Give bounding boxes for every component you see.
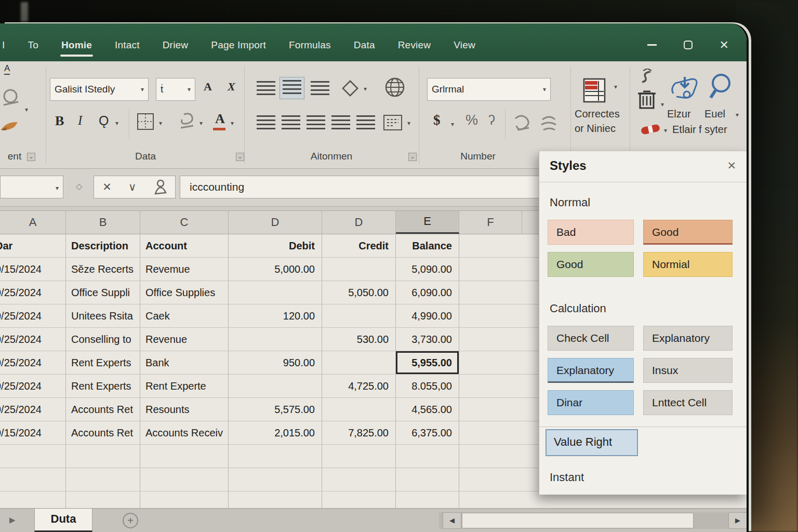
cell[interactable] <box>229 328 322 351</box>
cell[interactable] <box>229 491 322 508</box>
align-center-icon[interactable] <box>282 115 300 129</box>
cell[interactable]: Rent Experte <box>140 375 229 397</box>
cell[interactable] <box>322 351 396 374</box>
cell[interactable] <box>396 468 459 491</box>
cell[interactable]: 9/15/2024 <box>0 421 66 444</box>
cell[interactable]: 9/25/2024 <box>0 351 66 374</box>
cell[interactable] <box>229 375 322 397</box>
cell[interactable]: Revemue <box>140 258 229 281</box>
cell[interactable]: Office Suppli <box>66 281 140 304</box>
cell[interactable]: 9/25/2024 <box>0 281 66 304</box>
column-header-E[interactable]: E <box>396 211 459 234</box>
cell[interactable]: 6,090.00 <box>396 281 459 304</box>
currency-dropdown-icon[interactable]: ▾ <box>451 121 454 128</box>
menu-tab-view[interactable]: View <box>454 39 475 51</box>
cancel-icon[interactable]: ✕ <box>102 181 112 193</box>
number-format-select[interactable]: Grlrmal ▾ <box>427 78 551 101</box>
underline-dropdown-icon[interactable]: ▾ <box>115 119 118 127</box>
fill-down-icon[interactable] <box>669 73 701 103</box>
increase-decimal-icon[interactable] <box>511 112 534 135</box>
fill-color-icon[interactable] <box>177 111 197 132</box>
delete-dropdown-icon[interactable]: ▾ <box>661 101 664 108</box>
column-header-F[interactable]: F <box>459 211 522 234</box>
cell[interactable]: Conselling to <box>66 328 140 351</box>
cell[interactable] <box>322 398 396 421</box>
style-chip-dinar[interactable]: Dinar <box>548 390 634 415</box>
cell[interactable]: Office Supplies <box>140 281 229 304</box>
cell[interactable]: 5,090.00 <box>396 258 459 281</box>
cell[interactable] <box>140 445 229 468</box>
align-middle-icon[interactable] <box>280 77 304 99</box>
cell[interactable]: Accounts Receiv <box>140 421 229 444</box>
cell[interactable] <box>0 491 66 508</box>
cell[interactable]: Credit <box>322 234 396 257</box>
scroll-right-icon[interactable]: ▶ <box>728 512 747 529</box>
menu-tab-i[interactable]: I <box>2 39 5 51</box>
grow-font-button[interactable]: A <box>204 80 212 94</box>
cell[interactable] <box>396 445 459 468</box>
eraser-dropdown-icon[interactable]: ▾ <box>664 127 667 134</box>
column-header-A[interactable]: A <box>0 211 66 234</box>
name-box[interactable]: ▾ <box>0 176 63 198</box>
cell[interactable]: 9/25/2024 <box>0 398 66 421</box>
enter-icon[interactable]: ∨ <box>128 181 136 193</box>
close-icon[interactable]: ✕ <box>727 159 736 172</box>
cell[interactable]: 2,015.00 <box>229 421 322 444</box>
cell[interactable] <box>66 468 140 491</box>
currency-button[interactable]: $ <box>433 112 441 128</box>
globe-icon[interactable] <box>383 76 406 99</box>
fill-color-dropdown-icon[interactable]: ▾ <box>200 119 203 127</box>
cell[interactable]: 3,730.00 <box>396 328 459 351</box>
cell[interactable] <box>322 468 396 491</box>
cell[interactable]: Accounts Ret <box>66 421 140 444</box>
cell[interactable]: Accounts Ret <box>66 398 140 421</box>
borders-icon[interactable] <box>136 112 155 131</box>
paste-icon[interactable] <box>1 87 22 108</box>
eraser-icon[interactable] <box>639 123 662 137</box>
cell[interactable] <box>229 281 322 304</box>
find-select-icon[interactable] <box>708 72 736 102</box>
cell[interactable]: 5,575.00 <box>229 398 322 421</box>
font-color-dropdown-icon[interactable]: ▾ <box>231 119 234 127</box>
menu-tab-driew[interactable]: Driew <box>163 39 189 51</box>
cell[interactable]: Sĕze Recerts <box>66 258 140 281</box>
alignment-dialog-launcher-icon[interactable]: ⌄ <box>408 153 417 161</box>
menu-tab-formulas[interactable]: Formulas <box>289 39 331 51</box>
merge-center-icon[interactable] <box>382 113 403 132</box>
column-header-C[interactable]: C <box>140 211 229 234</box>
cell[interactable]: Revenue <box>140 328 229 351</box>
shrink-font-button[interactable]: X <box>228 80 235 94</box>
cell[interactable] <box>66 491 140 508</box>
percent-button[interactable]: % <box>466 112 478 128</box>
cell[interactable]: Caek <box>140 304 229 327</box>
column-header-D[interactable]: D <box>229 211 322 234</box>
clipboard-dialog-launcher-icon[interactable]: ⌄ <box>27 153 35 161</box>
cell[interactable]: 5,050.00 <box>322 281 396 304</box>
cell[interactable]: 7,825.00 <box>322 421 396 444</box>
cell[interactable]: Dar <box>0 234 66 257</box>
menu-tab-homie[interactable]: Homie <box>61 39 92 51</box>
comma-button[interactable]: ʔ <box>488 112 495 128</box>
cell[interactable]: 5,000.00 <box>229 258 322 281</box>
style-chip-check-cell[interactable]: Check Cell <box>548 326 634 351</box>
cell[interactable]: Debit <box>229 234 322 257</box>
menu-tab-page-import[interactable]: Page Import <box>211 39 266 51</box>
style-chip-good[interactable]: Good <box>643 220 733 245</box>
cell[interactable] <box>322 491 396 508</box>
cell[interactable]: Resounts <box>140 398 229 421</box>
decrease-decimal-icon[interactable] <box>537 112 560 135</box>
sort-icon[interactable] <box>638 69 657 89</box>
cell[interactable]: Balance <box>396 234 459 257</box>
style-chip-insux[interactable]: Insux <box>643 358 733 383</box>
align-left-icon[interactable] <box>257 115 275 129</box>
cell[interactable]: 4,725.00 <box>322 375 396 397</box>
sheet-nav-icon[interactable]: ▶ <box>9 515 16 525</box>
cell[interactable]: Description <box>66 234 140 257</box>
italic-button[interactable]: I <box>78 113 82 128</box>
cell[interactable]: 8.055,00 <box>396 375 459 397</box>
style-chip-good[interactable]: Good <box>548 252 634 277</box>
merge-dropdown-icon[interactable]: ▾ <box>407 119 410 127</box>
underline-button[interactable]: Ǫ <box>99 113 109 128</box>
menu-tab-review[interactable]: Review <box>398 39 431 51</box>
indent-decrease-icon[interactable] <box>307 115 325 129</box>
